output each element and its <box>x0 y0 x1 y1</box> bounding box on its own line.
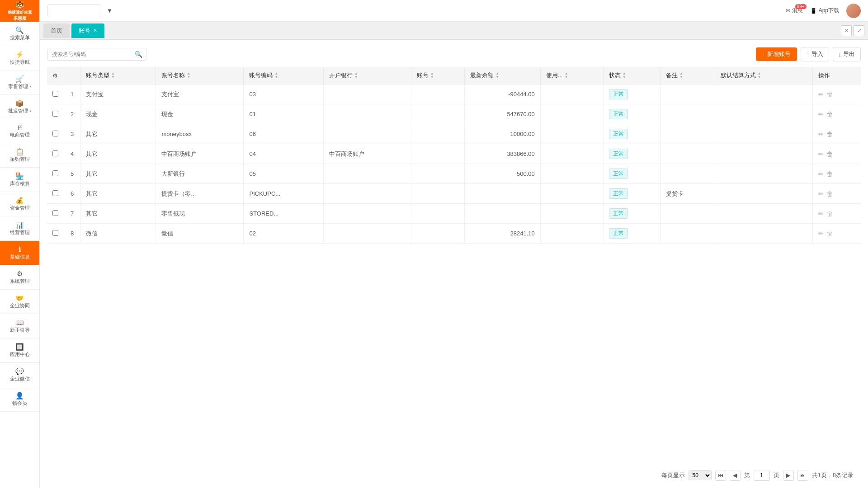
col-settings[interactable]: ⚙ <box>47 67 64 84</box>
col-usage[interactable]: 使用... ▲▼ <box>540 67 603 84</box>
row-balance-4: 500.00 <box>465 164 540 184</box>
per-page-select[interactable]: 50 20 100 <box>689 470 712 480</box>
row-num-1: 2 <box>64 104 80 124</box>
sidebar-item-ecommerce[interactable]: 🖥 电商管理 <box>0 119 39 143</box>
sort-arrows-remark: ▲▼ <box>679 72 683 79</box>
tab-home[interactable]: 首页 <box>43 23 70 38</box>
row-action-6: ✏ 🗑 <box>812 204 861 224</box>
edit-icon-4[interactable]: ✏ <box>818 170 824 178</box>
delete-icon-7[interactable]: 🗑 <box>826 230 833 237</box>
row-code-1: 01 <box>244 104 323 124</box>
search-button[interactable]: 🔍 <box>131 51 146 58</box>
edit-icon-7[interactable]: ✏ <box>818 230 824 237</box>
header-dropdown[interactable]: ▼ <box>107 7 113 14</box>
tab-label-account: 账号 <box>79 27 90 35</box>
row-default-payment-3 <box>715 144 812 164</box>
sort-arrows-usage: ▲▼ <box>565 72 568 79</box>
header-search-input[interactable] <box>47 5 101 17</box>
app-download-button[interactable]: 📱 App下载 <box>810 7 839 14</box>
row-checkbox-1[interactable] <box>47 104 64 124</box>
sidebar-item-purchase[interactable]: 📋 采购管理 <box>0 143 39 168</box>
col-type-label: 账号类型 <box>86 71 109 80</box>
col-remark[interactable]: 备注 ▲▼ <box>660 67 715 84</box>
sidebar-item-shortcut[interactable]: ⚡ 快捷导航 <box>0 46 39 70</box>
sidebar: 🐯 畅捷通好生意 乐惠版 🔍 搜索菜单 ⚡ 快捷导航 🛒 零售管理 › 📦 批发… <box>0 0 40 488</box>
import-button[interactable]: ↑ 导入 <box>801 47 829 61</box>
col-bank[interactable]: 开户银行 ▲▼ <box>323 67 411 84</box>
sidebar-item-inventory[interactable]: 🏪 库存核算 <box>0 168 39 192</box>
message-button[interactable]: ✉ 消息 99+ <box>786 7 803 14</box>
col-usage-label: 使用... <box>546 71 563 80</box>
delete-icon-3[interactable]: 🗑 <box>826 150 833 158</box>
sidebar-item-basic[interactable]: ℹ 基础信息 <box>0 241 39 265</box>
row-usage-1 <box>540 104 603 124</box>
sidebar-item-wechat[interactable]: 💬 企业微信 <box>0 363 39 387</box>
page-number-input[interactable] <box>754 470 770 481</box>
sidebar-item-operation[interactable]: 📊 经营管理 <box>0 216 39 241</box>
row-type-3: 其它 <box>80 144 156 164</box>
tab-account[interactable]: 账号✕ <box>71 23 104 38</box>
col-balance-label: 最新余额 <box>470 71 494 80</box>
toolbar-right: + 新增账号 ↑ 导入 ↓ 导出 <box>756 47 861 61</box>
row-checkbox-6[interactable] <box>47 204 64 224</box>
expand-tab-btn[interactable]: ⤢ <box>854 25 864 36</box>
col-type[interactable]: 账号类型 ▲▼ <box>80 67 156 84</box>
row-checkbox-5[interactable] <box>47 184 64 204</box>
row-name-4: 大新银行 <box>156 164 244 184</box>
sidebar-item-finance[interactable]: 💰 资金管理 <box>0 192 39 216</box>
row-checkbox-7[interactable] <box>47 224 64 244</box>
sidebar-item-system[interactable]: ⚙ 系统管理 <box>0 265 39 290</box>
prev-page-btn[interactable]: ◀ <box>730 470 741 481</box>
app-label: App下载 <box>819 7 839 14</box>
last-page-btn[interactable]: ⏭ <box>797 470 808 481</box>
row-num-4: 5 <box>64 164 80 184</box>
next-page-btn[interactable]: ▶ <box>783 470 794 481</box>
sidebar-item-guide[interactable]: 📖 新手引导 <box>0 314 39 338</box>
delete-icon-4[interactable]: 🗑 <box>826 170 833 178</box>
sidebar-item-search[interactable]: 🔍 搜索菜单 <box>0 22 39 46</box>
tab-bar: 首页账号✕ ✕ ⤢ <box>40 22 868 40</box>
sidebar-item-cooperation[interactable]: 🤝 企业协同 <box>0 290 39 314</box>
sidebar-label-wechat: 企业微信 <box>10 375 30 382</box>
add-account-button[interactable]: + 新增账号 <box>756 47 797 61</box>
delete-icon-1[interactable]: 🗑 <box>826 111 833 118</box>
avatar[interactable] <box>846 4 861 18</box>
row-checkbox-0[interactable] <box>47 84 64 104</box>
sidebar-item-wholesale[interactable]: 📦 批发管理 › <box>0 95 39 119</box>
sidebar-item-appstore[interactable]: 🔲 应用中心 <box>0 338 39 363</box>
app-logo: 🐯 畅捷通好生意 乐惠版 <box>0 0 39 22</box>
delete-icon-0[interactable]: 🗑 <box>826 91 833 98</box>
row-status-1: 正常 <box>603 104 660 124</box>
edit-icon-1[interactable]: ✏ <box>818 111 824 118</box>
first-page-btn[interactable]: ⏮ <box>715 470 726 481</box>
delete-icon-6[interactable]: 🗑 <box>826 210 833 217</box>
col-balance[interactable]: 最新余额 ▲▼ <box>465 67 540 84</box>
search-input[interactable] <box>47 48 131 60</box>
sidebar-item-member[interactable]: 👤 畅会员 <box>0 387 39 412</box>
tab-close-account[interactable]: ✕ <box>93 28 97 33</box>
row-name-7: 微信 <box>156 224 244 244</box>
edit-icon-2[interactable]: ✏ <box>818 131 824 138</box>
edit-icon-5[interactable]: ✏ <box>818 190 824 197</box>
row-bank-3: 中百商场账户 <box>323 144 411 164</box>
row-code-0: 03 <box>244 84 323 104</box>
delete-icon-2[interactable]: 🗑 <box>826 131 833 138</box>
sidebar-icon-member: 👤 <box>15 392 24 400</box>
row-usage-5 <box>540 184 603 204</box>
row-checkbox-2[interactable] <box>47 124 64 144</box>
row-checkbox-3[interactable] <box>47 144 64 164</box>
sidebar-item-retail[interactable]: 🛒 零售管理 › <box>0 70 39 95</box>
close-tab-btn[interactable]: ✕ <box>841 25 852 36</box>
export-button[interactable]: ↓ 导出 <box>833 47 861 61</box>
col-name[interactable]: 账号名称 ▲▼ <box>156 67 244 84</box>
edit-icon-0[interactable]: ✏ <box>818 91 824 98</box>
row-checkbox-4[interactable] <box>47 164 64 184</box>
table-row: 1 支付宝 支付宝 03 -90444.00 正常 ✏ 🗑 <box>47 84 861 104</box>
col-status[interactable]: 状态 ▲▼ <box>603 67 660 84</box>
delete-icon-5[interactable]: 🗑 <box>826 190 833 197</box>
edit-icon-3[interactable]: ✏ <box>818 150 824 158</box>
edit-icon-6[interactable]: ✏ <box>818 210 824 217</box>
col-code[interactable]: 账号编码 ▲▼ <box>244 67 323 84</box>
col-account[interactable]: 账号 ▲▼ <box>411 67 465 84</box>
col-default-payment[interactable]: 默认结算方式 ▲▼ <box>715 67 812 84</box>
